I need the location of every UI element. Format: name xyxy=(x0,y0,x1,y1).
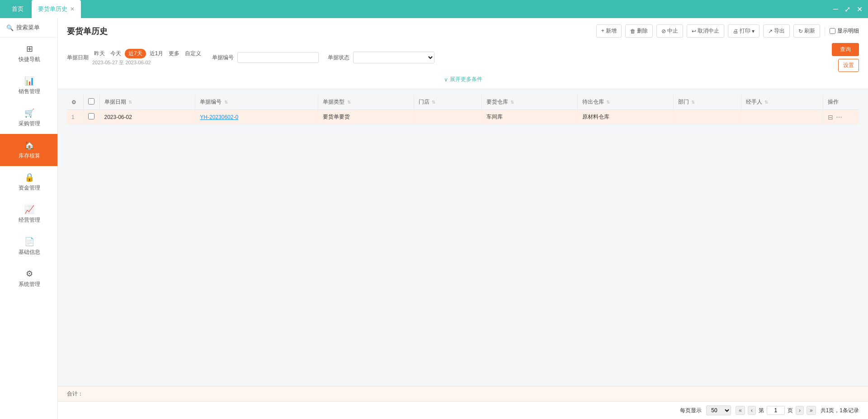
row-num-cell: 1 xyxy=(67,110,83,124)
col-checkbox xyxy=(83,95,99,110)
date-btn-today[interactable]: 今天 xyxy=(108,49,123,58)
date-btn-7days[interactable]: 近7天 xyxy=(125,49,146,58)
date-btn-yesterday[interactable]: 昨天 xyxy=(92,49,107,58)
system-icon: ⚙ xyxy=(26,269,33,279)
row-more-icon[interactable]: ⋯ xyxy=(836,114,842,121)
sort-icon-req-warehouse: ⇅ xyxy=(510,100,514,105)
sidebar-item-quick-nav[interactable]: ⊞ 快捷导航 xyxy=(0,38,57,70)
export-button[interactable]: ↗ 导出 xyxy=(763,24,790,38)
sidebar-item-purchase-mgmt[interactable]: 🛒 采购管理 xyxy=(0,102,57,134)
sidebar-item-basic-info[interactable]: 📄 基础信息 xyxy=(0,230,57,262)
date-shortcuts: 昨天 今天 近7天 近1月 更多 自定义 xyxy=(92,49,203,58)
tab-home[interactable]: 首页 xyxy=(5,0,30,18)
sort-icon-pending-warehouse: ⇅ xyxy=(606,100,610,105)
row-doc-date-cell: 2023-06-02 xyxy=(99,110,195,124)
stop-button[interactable]: ⊘ 中止 xyxy=(656,24,683,38)
print-icon: 🖨 xyxy=(733,28,738,34)
data-table: ⚙ 单据日期 ⇅ 单据编号 ⇅ xyxy=(67,95,859,124)
tab-requisition-history[interactable]: 要货单历史 ✕ xyxy=(32,0,81,18)
row-doc-type-cell: 要货单要货 xyxy=(318,110,414,124)
row-ops-cell: ⊟ ⋯ xyxy=(823,110,859,124)
col-req-warehouse[interactable]: 要货仓库 ⇅ xyxy=(482,95,578,110)
col-handler[interactable]: 经手人 ⇅ xyxy=(741,95,823,110)
row-view-icon[interactable]: ⊟ xyxy=(828,114,833,121)
operation-icon: 📈 xyxy=(24,205,34,214)
col-pending-warehouse[interactable]: 待出仓库 ⇅ xyxy=(577,95,673,110)
row-department-cell xyxy=(673,110,741,124)
date-btn-more[interactable]: 更多 xyxy=(167,49,181,58)
export-icon: ↗ xyxy=(768,28,773,34)
prev-page-button[interactable]: ‹ xyxy=(748,406,756,415)
sort-icon-doc-no: ⇅ xyxy=(224,100,228,105)
select-all-checkbox[interactable] xyxy=(88,98,94,105)
sort-icon-store: ⇅ xyxy=(432,100,435,105)
sidebar-item-inventory[interactable]: 🏠 库存核算 xyxy=(0,134,57,166)
show-detail-checkbox[interactable] xyxy=(830,28,835,34)
settings-icon: ⚙ xyxy=(71,99,76,105)
date-range-display: 2023-05-27 至 2023-06-02 xyxy=(92,59,203,66)
row-store-cell xyxy=(414,110,482,124)
purchase-icon: 🛒 xyxy=(24,108,34,118)
row-checkbox-cell xyxy=(83,110,99,124)
sidebar-item-operation-mgmt[interactable]: 📈 经营管理 xyxy=(0,198,57,230)
show-detail-toggle[interactable]: 显示明细 xyxy=(830,27,859,35)
page-number-input[interactable] xyxy=(767,406,785,415)
print-button[interactable]: 🖨 打印 ▾ xyxy=(728,24,760,38)
col-doc-date[interactable]: 单据日期 ⇅ xyxy=(99,95,195,110)
col-department[interactable]: 部门 ⇅ xyxy=(673,95,741,110)
col-doc-type[interactable]: 单据类型 ⇅ xyxy=(318,95,414,110)
col-ops: 操作 xyxy=(823,95,859,110)
table-row: 1 2023-06-02 YH-20230602-0 要货单要货 车间库 原材料… xyxy=(67,110,859,124)
col-store[interactable]: 门店 ⇅ xyxy=(414,95,482,110)
table-footer: 合计： xyxy=(58,386,868,401)
row-pending-warehouse-cell: 原材料仓库 xyxy=(577,110,673,124)
page-title: 要货单历史 xyxy=(67,26,108,37)
doc-status-select[interactable] xyxy=(353,52,434,63)
cancel-stop-button[interactable]: ↩ 取消中止 xyxy=(687,24,724,38)
page-size-select[interactable]: 50 20 100 200 xyxy=(706,405,731,415)
date-btn-custom[interactable]: 自定义 xyxy=(183,49,203,58)
next-page-button[interactable]: › xyxy=(796,406,804,415)
new-button[interactable]: + 新增 xyxy=(596,24,622,38)
sidebar-item-finance-mgmt[interactable]: 🔒 资金管理 xyxy=(0,166,57,198)
query-button[interactable]: 查询 xyxy=(832,43,859,56)
col-doc-no[interactable]: 单据编号 ⇅ xyxy=(195,95,318,110)
window-close-icon[interactable]: ✕ xyxy=(857,5,863,14)
pagination-area: 每页显示 50 20 100 200 « ‹ 第 页 › » 共1页，1条记录 xyxy=(58,401,868,419)
sidebar: 🔍 搜索菜单 ⊞ 快捷导航 📊 销售管理 🛒 采购管理 🏠 库存核算 🔒 资金管… xyxy=(0,18,58,419)
go-page-label: 第 xyxy=(759,407,764,414)
last-page-button[interactable]: » xyxy=(807,406,816,415)
delete-icon: 🗑 xyxy=(630,28,636,34)
refresh-button[interactable]: ↻ 刷新 xyxy=(793,24,820,38)
main-layout: 🔍 搜索菜单 ⊞ 快捷导航 📊 销售管理 🛒 采购管理 🏠 库存核算 🔒 资金管… xyxy=(0,18,868,419)
sort-icon-doc-date: ⇅ xyxy=(128,100,132,105)
row-handler-cell xyxy=(741,110,823,124)
first-page-button[interactable]: « xyxy=(736,406,745,415)
search-menu[interactable]: 🔍 搜索菜单 xyxy=(0,18,57,38)
sales-icon: 📊 xyxy=(24,76,34,86)
filter-action-buttons: 查询 设置 xyxy=(832,43,859,72)
top-bar: 首页 要货单历史 ✕ ─ ⤢ ✕ xyxy=(0,0,868,18)
settings-button[interactable]: 设置 xyxy=(838,59,859,72)
filter-doc-no: 单据编号 xyxy=(212,52,319,63)
expand-more-button[interactable]: ∨ 展开更多条件 xyxy=(67,76,859,83)
sidebar-item-sales-mgmt[interactable]: 📊 销售管理 xyxy=(0,70,57,102)
row-doc-no-cell[interactable]: YH-20230602-0 xyxy=(195,110,318,124)
window-minimize-icon[interactable]: ─ xyxy=(833,5,838,13)
row-checkbox[interactable] xyxy=(88,113,94,119)
window-maximize-icon[interactable]: ⤢ xyxy=(844,5,850,14)
doc-no-input[interactable] xyxy=(237,52,319,63)
tab-close-icon[interactable]: ✕ xyxy=(70,6,75,12)
date-btn-1month[interactable]: 近1月 xyxy=(148,49,165,58)
sidebar-item-system-mgmt[interactable]: ⚙ 系统管理 xyxy=(0,262,57,295)
row-req-warehouse-cell: 车间库 xyxy=(482,110,578,124)
doc-date-label: 单据日期 xyxy=(67,54,89,62)
page-header: 要货单历史 + 新增 🗑 删除 ⊘ 中止 ↩ 取消中止 xyxy=(58,18,868,89)
inventory-icon: 🏠 xyxy=(24,140,34,150)
col-settings[interactable]: ⚙ xyxy=(67,95,83,110)
delete-button[interactable]: 🗑 删除 xyxy=(625,24,653,38)
finance-icon: 🔒 xyxy=(24,172,34,182)
sort-icon-handler: ⇅ xyxy=(764,100,768,105)
content-area: 要货单历史 + 新增 🗑 删除 ⊘ 中止 ↩ 取消中止 xyxy=(58,18,868,419)
table-header-row: ⚙ 单据日期 ⇅ 单据编号 ⇅ xyxy=(67,95,859,110)
